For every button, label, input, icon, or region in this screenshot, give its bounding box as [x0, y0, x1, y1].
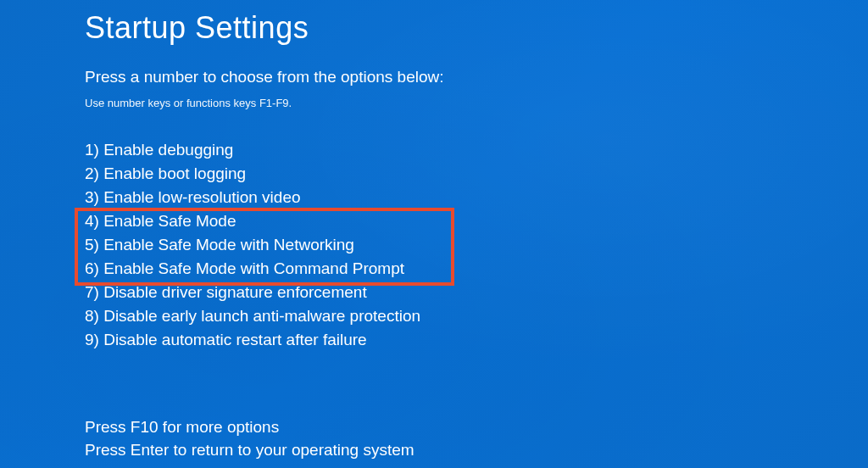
- option-2[interactable]: 2) Enable boot logging: [85, 162, 868, 186]
- page-title: Startup Settings: [85, 10, 868, 46]
- footer-more-options: Press F10 for more options: [85, 415, 415, 438]
- instruction-text: Press a number to choose from the option…: [85, 68, 868, 86]
- footer: Press F10 for more options Press Enter t…: [85, 415, 415, 461]
- option-4[interactable]: 4) Enable Safe Mode: [85, 209, 868, 233]
- option-5[interactable]: 5) Enable Safe Mode with Networking: [85, 233, 868, 257]
- options-list: 1) Enable debugging 2) Enable boot loggi…: [85, 138, 868, 352]
- option-7[interactable]: 7) Disable driver signature enforcement: [85, 281, 868, 304]
- option-1[interactable]: 1) Enable debugging: [85, 138, 868, 162]
- footer-return: Press Enter to return to your operating …: [85, 438, 415, 461]
- option-8[interactable]: 8) Disable early launch anti-malware pro…: [85, 304, 868, 328]
- option-9[interactable]: 9) Disable automatic restart after failu…: [85, 328, 868, 352]
- hint-text: Use number keys or functions keys F1-F9.: [85, 97, 868, 109]
- option-3[interactable]: 3) Enable low-resolution video: [85, 186, 868, 209]
- option-6[interactable]: 6) Enable Safe Mode with Command Prompt: [85, 257, 868, 281]
